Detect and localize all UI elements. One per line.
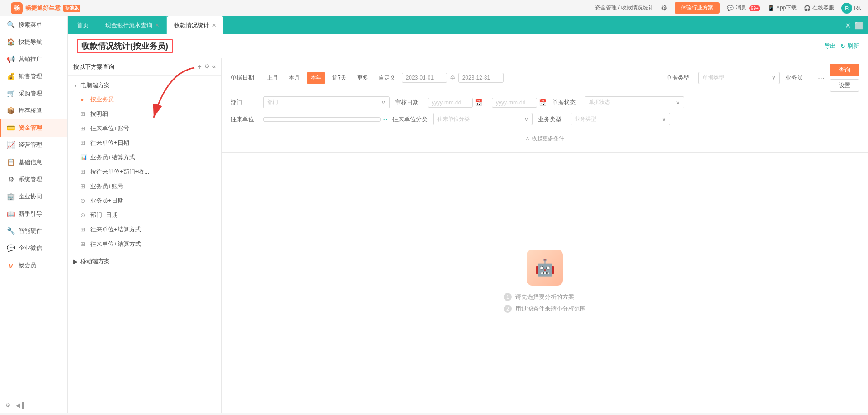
collapse-panel-btn[interactable]: « [212, 63, 216, 71]
dept-arrow-icon: ∨ [382, 99, 386, 106]
messages-badge: 99+ [749, 5, 760, 11]
date-btn-7days[interactable]: 近7天 [328, 72, 350, 84]
biz-type-value: 业务类型 [575, 115, 596, 123]
tab-bar-actions: ✕ ⬜ [845, 21, 868, 30]
sidebar-item-operation[interactable]: 📈 经营管理 [0, 137, 67, 154]
scheme-ddate-icon: ⊙ [80, 212, 88, 218]
step-num-1: 1 [504, 293, 512, 301]
refresh-btn[interactable]: ↻ 刷新 [840, 42, 859, 50]
sidebar-item-purchase[interactable]: 🛒 采购管理 [0, 85, 67, 102]
sidebar-item-finance[interactable]: 💳 资金管理 [0, 119, 67, 137]
gear-icon[interactable]: ⚙ [661, 4, 667, 12]
counterpart-more-btn[interactable]: ··· [382, 116, 387, 123]
sidebar: 🔍 搜索菜单 🏠 快捷导航 📢 营销推广 💰 销售管理 🛒 采购管理 📦 [0, 16, 68, 413]
doc-type-arrow-icon: ∨ [772, 75, 776, 81]
empty-step-2: 2 用过滤条件来缩小分析范围 [504, 305, 586, 313]
tab-bar: 首页 现金银行流水查询 ✕ 收款情况统计 ✕ ✕ ⬜ [68, 16, 868, 34]
scheme-cdept-icon: ⊞ [80, 169, 88, 175]
scheme-item-by-salesperson[interactable]: ● 按业务员 [68, 92, 221, 107]
scheme-item-salesperson-date[interactable]: ⊙ 业务员+日期 [68, 193, 221, 208]
salesperson-more-icon[interactable]: ··· [818, 73, 825, 83]
sidebar-item-guide[interactable]: 📖 新手引导 [0, 205, 67, 222]
scheme-sacct-icon: ⊞ [80, 183, 88, 189]
sidebar-item-quick-nav[interactable]: 🏠 快捷导航 [0, 33, 67, 51]
sidebar-item-search[interactable]: 🔍 搜索菜单 [0, 16, 67, 33]
scheme-ss-icon: 📊 [80, 154, 88, 160]
biz-type-select[interactable]: 业务类型 ∨ [571, 113, 670, 125]
purchase-icon: 🛒 [7, 90, 15, 98]
collapse-sidebar-icon[interactable]: ◀▐ [15, 402, 24, 409]
app-download-btn[interactable]: 📱 App下载 [768, 4, 797, 12]
review-date-to-calendar-icon[interactable]: 📅 [539, 99, 547, 106]
sidebar-item-basic[interactable]: 📋 基础信息 [0, 154, 67, 171]
desktop-scheme-group-title[interactable]: ▼ 电脑端方案 [68, 79, 221, 92]
review-date-from-calendar-icon[interactable]: 📅 [475, 99, 482, 106]
review-date-control: yyyy-mm-dd 📅 — yyyy-mm-dd 📅 [428, 98, 547, 108]
window-maximize-icon[interactable]: ⬜ [854, 21, 863, 30]
online-service-btn[interactable]: 🎧 在线客服 [804, 4, 834, 12]
salesperson-control: ··· [818, 73, 825, 83]
guide-icon: 📖 [7, 210, 15, 218]
add-scheme-btn[interactable]: + [197, 63, 201, 71]
smart-hw-icon: 🔧 [7, 227, 15, 235]
breadcrumb: 资金管理 / 收款情况统计 [595, 4, 654, 12]
marketing-icon: 📢 [7, 55, 15, 63]
counterpart-cat-select[interactable]: 往来单位分类 ∨ [433, 113, 533, 125]
window-minimize-icon[interactable]: ✕ [845, 21, 851, 30]
review-date-to[interactable]: yyyy-mm-dd [492, 98, 537, 108]
dept-select[interactable]: 部门 ∨ [263, 96, 390, 108]
sidebar-item-enterprise[interactable]: 🏢 企业协同 [0, 188, 67, 205]
date-btn-last-month[interactable]: 上月 [263, 72, 282, 84]
sidebar-item-smart-hw[interactable]: 🔧 智能硬件 [0, 222, 67, 240]
trial-btn[interactable]: 体验行业方案 [675, 2, 720, 14]
export-btn[interactable]: ↑ 导出 [820, 42, 836, 50]
scheme-item-by-detail[interactable]: ⊞ 按明细 [68, 107, 221, 121]
mobile-scheme-group[interactable]: ▶ 移动端方案 [68, 254, 221, 269]
scheme-item-counterpart-dept[interactable]: ⊞ 按往来单位+部门+收... [68, 165, 221, 179]
setting-btn[interactable]: 设置 [830, 79, 859, 92]
user-avatar[interactable]: R Rit [841, 3, 861, 14]
scheme-item-salesperson-settlement[interactable]: 📊 业务员+结算方式 [68, 150, 221, 165]
scheme-item-salesperson-account[interactable]: ⊞ 业务员+账号 [68, 179, 221, 193]
empty-robot-icon: 🤖 [527, 250, 563, 286]
date-btn-custom[interactable]: 自定义 [375, 72, 399, 84]
desktop-scheme-group: ▼ 电脑端方案 ● 按业务员 ⊞ 按明细 ⊞ 往来单位+账号 [68, 76, 221, 254]
scheme-item-counterpart-settle1[interactable]: ⊞ 往来单位+结算方式 [68, 222, 221, 237]
scheme-item-counterpart-date[interactable]: ⊞ 往来单位+日期 [68, 136, 221, 150]
date-btn-more[interactable]: 更多 [353, 72, 372, 84]
sidebar-item-marketing[interactable]: 📢 营销推广 [0, 51, 67, 68]
review-date-from[interactable]: yyyy-mm-dd [428, 98, 473, 108]
collapse-more-btn[interactable]: ∧ 收起更多条件 [231, 130, 859, 147]
tab-bank[interactable]: 现金银行流水查询 ✕ [98, 16, 167, 34]
settings-bottom-icon[interactable]: ⚙ [5, 402, 11, 409]
scheme-item-counterpart-account[interactable]: ⊞ 往来单位+账号 [68, 121, 221, 136]
sidebar-item-member[interactable]: V 畅会员 [0, 257, 67, 274]
sidebar-item-system[interactable]: ⚙ 系统管理 [0, 171, 67, 188]
sidebar-item-inventory[interactable]: 📦 库存核算 [0, 102, 67, 119]
date-btn-this-month[interactable]: 本月 [285, 72, 304, 84]
review-date-label: 审核日期 [395, 99, 422, 107]
scheme-item-counterpart-settle2[interactable]: ⊞ 往来单位+结算方式 [68, 237, 221, 251]
tab-bank-close[interactable]: ✕ [155, 23, 159, 28]
messages-btn[interactable]: 💬 消息 99+ [727, 4, 760, 12]
scheme-ca-icon: ⊞ [80, 125, 88, 132]
sidebar-item-sales[interactable]: 💰 销售管理 [0, 68, 67, 85]
date-btn-this-year[interactable]: 本年 [307, 72, 326, 84]
tab-receipt[interactable]: 收款情况统计 ✕ [167, 16, 223, 34]
date-to-input[interactable]: 2023-12-31 [458, 73, 504, 83]
main-content: 首页 现金银行流水查询 ✕ 收款情况统计 ✕ ✕ ⬜ 收款情况统计(按业务员) … [68, 16, 868, 413]
doc-type-select[interactable]: 单据类型 ∨ [698, 72, 780, 84]
left-panel-header: 按以下方案查询 + ⚙ « [68, 58, 221, 76]
doc-status-select[interactable]: 单据状态 ∨ [585, 96, 684, 108]
tab-home[interactable]: 首页 [68, 16, 98, 34]
date-from-input[interactable]: 2023-01-01 [402, 73, 447, 83]
sidebar-item-wechat[interactable]: 💬 企业微信 [0, 240, 67, 257]
scheme-settings-btn[interactable]: ⚙ [204, 63, 210, 71]
filter-row-3: 往来单位 ··· 往来单位分类 往来单位分类 ∨ 业务类型 [231, 113, 859, 125]
counterpart-cat-value: 往来单位分类 [437, 115, 470, 123]
query-btn[interactable]: 查询 [830, 64, 859, 76]
scheme-item-dept-date[interactable]: ⊙ 部门+日期 [68, 208, 221, 222]
counterpart-input[interactable] [263, 117, 381, 122]
tab-receipt-close[interactable]: ✕ [212, 23, 216, 28]
search-nav-icon: 🔍 [7, 21, 15, 29]
